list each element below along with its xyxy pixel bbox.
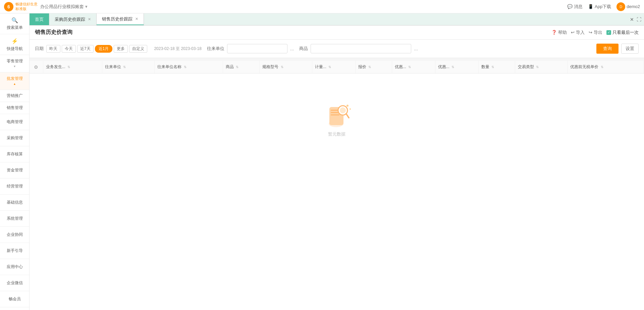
- app-download-button[interactable]: 📱 App下载: [588, 4, 611, 10]
- import-label: 导入: [576, 30, 585, 36]
- sidebar-item-sales-mgmt[interactable]: 销售管理: [0, 102, 29, 114]
- sidebar-item-label: 库存核算: [7, 151, 23, 157]
- partner-input[interactable]: [227, 44, 287, 53]
- phone-icon: 📱: [588, 4, 593, 9]
- chevron-down-icon[interactable]: ▾: [85, 4, 88, 9]
- sidebar-item-purchase[interactable]: 采购管理: [0, 130, 29, 146]
- sidebar-item-finance[interactable]: 资金管理: [0, 162, 29, 178]
- date-btn-yesterday[interactable]: 昨天: [46, 45, 60, 53]
- empty-text: 暂元数据: [328, 131, 345, 137]
- partner-filter-label: 往来单位: [207, 46, 224, 52]
- sidebar-item-operations[interactable]: 经营管理: [0, 178, 29, 195]
- sort-arrows-spec: ⇅: [281, 65, 283, 69]
- tab-sales-history[interactable]: 销售历史价跟踪 ✕: [97, 13, 144, 25]
- th-discount1[interactable]: 优惠... ⇅: [392, 61, 435, 73]
- th-partner-code[interactable]: 往来单位 ⇅: [102, 61, 155, 73]
- date-filter-label: 日期: [35, 46, 44, 52]
- column-settings-icon[interactable]: ⚙: [34, 64, 38, 70]
- content-area: 首页 采购历史价跟踪 ✕ 销售历史价跟踪 ✕ ✕ ⛶ 销售历史价查询: [30, 13, 644, 310]
- product-dots-button[interactable]: ...: [414, 46, 418, 51]
- user-profile[interactable]: D demo2: [616, 2, 640, 11]
- import-button[interactable]: ↩ 导入: [571, 30, 585, 36]
- table-header-row: ⚙ 业务发生... ⇅ 往来单位 ⇅: [30, 61, 644, 73]
- th-trade-type-label: 交易类型: [518, 64, 534, 69]
- sidebar-item-app-center[interactable]: 应用中心: [0, 259, 29, 275]
- sidebar-item-enterprise[interactable]: 企业协同: [0, 227, 29, 243]
- export-button[interactable]: ↪ 导出: [589, 30, 602, 36]
- only-latest-checkbox-item[interactable]: ✓ 只看最后一次: [606, 30, 639, 36]
- empty-svg: [323, 100, 354, 131]
- help-button[interactable]: ❓ 帮助: [551, 30, 567, 36]
- data-table: ⚙ 业务发生... ⇅ 往来单位 ⇅: [30, 61, 644, 73]
- th-spec[interactable]: 规格型号 ⇅: [260, 61, 312, 73]
- sidebar-item-label: 快捷导航: [7, 46, 23, 52]
- purchase-history-tab-close[interactable]: ✕: [88, 17, 91, 21]
- sidebar-item-guide[interactable]: 新手引导: [0, 243, 29, 259]
- sidebar-item-inventory[interactable]: 库存核算: [0, 146, 29, 162]
- th-price-label: 报价: [358, 64, 366, 69]
- tab-home[interactable]: 首页: [30, 13, 49, 25]
- filter-row: 日期 昨天 今天 近7天 近1月 更多 自定义 2023-02-18 至 202…: [35, 44, 639, 54]
- date-btn-custom[interactable]: 自定义: [129, 45, 147, 53]
- date-btn-today[interactable]: 今天: [62, 45, 76, 53]
- th-price[interactable]: 报价 ⇅: [355, 61, 392, 73]
- app-download-label: App下载: [595, 4, 611, 10]
- date-btn-last1month[interactable]: 近1月: [95, 45, 113, 53]
- th-qty[interactable]: 数量 ⇅: [478, 61, 515, 73]
- logo-icon: 6: [4, 2, 13, 11]
- page-inner: 销售历史价查询 ❓ 帮助 ↩ 导入 ↪ 导出 ✓: [30, 25, 644, 310]
- date-btn-more[interactable]: 更多: [114, 45, 128, 53]
- sidebar-item-basic-info[interactable]: 基础信息: [0, 195, 29, 211]
- sidebar-item-quick-nav[interactable]: ⚡ 快捷导航: [0, 34, 29, 55]
- sidebar-item-ecom[interactable]: 电商管理: [0, 114, 29, 130]
- tab-bar-actions: ✕ ⛶: [627, 13, 644, 25]
- svg-rect-3: [331, 112, 338, 113]
- sidebar-item-wechat[interactable]: 企业微信: [0, 275, 29, 291]
- sidebar-item-retail[interactable]: 零售管理 ▾: [0, 55, 29, 72]
- th-biz-date[interactable]: 业务发生... ⇅: [43, 61, 102, 73]
- th-unit[interactable]: 计量... ⇅: [312, 61, 355, 73]
- sales-history-tab-label: 销售历史价跟踪: [102, 16, 132, 22]
- th-discount2-label: 优惠...: [438, 64, 449, 69]
- import-icon: ↩: [571, 30, 575, 35]
- th-trade-type[interactable]: 交易类型 ⇅: [515, 61, 568, 73]
- sidebar-item-wholesale[interactable]: 批发管理 ▴: [0, 72, 29, 90]
- th-discount2[interactable]: 优惠... ⇅: [435, 61, 478, 73]
- partner-dots-button[interactable]: ...: [290, 46, 294, 51]
- th-settings[interactable]: ⚙: [30, 61, 43, 73]
- only-latest-checkbox[interactable]: ✓: [606, 30, 611, 35]
- sort-arrows-trade-type: ⇅: [536, 65, 539, 69]
- svg-rect-4: [331, 114, 339, 115]
- product-input[interactable]: [311, 44, 411, 53]
- message-button[interactable]: 💬 消息: [567, 4, 583, 10]
- tab-purchase-history[interactable]: 采购历史价跟踪 ✕: [49, 13, 97, 25]
- th-partner-code-label: 往来单位: [105, 64, 121, 69]
- username-label: demo2: [627, 4, 640, 9]
- date-btn-last7days[interactable]: 近7天: [77, 45, 94, 53]
- th-biz-date-label: 业务发生...: [46, 64, 65, 69]
- settings-button[interactable]: 设置: [621, 44, 639, 54]
- sidebar-item-label: 销售管理: [7, 105, 23, 111]
- search-icon: 🔍: [11, 17, 18, 24]
- th-product[interactable]: 商品 ⇅: [223, 61, 260, 73]
- sidebar-item-system[interactable]: 系统管理: [0, 211, 29, 227]
- svg-point-8: [346, 105, 348, 107]
- sidebar-item-label: 营销推广: [7, 93, 23, 99]
- query-button[interactable]: 查询: [596, 44, 619, 54]
- th-partner-name-label: 往来单位名称: [157, 64, 181, 69]
- nav-icon: ⚡: [11, 38, 18, 45]
- th-partner-name[interactable]: 往来单位名称 ⇅: [155, 61, 223, 73]
- main-layout: 🔍 搜索菜单 ⚡ 快捷导航 零售管理 ▾ 批发管理 ▴ 营销推广 销售管理 电商…: [0, 13, 644, 310]
- sidebar-item-label: 基础信息: [7, 200, 23, 205]
- th-pre-tax-price[interactable]: 优惠前无税单价 ⇅: [568, 61, 644, 73]
- sidebar-item-search-menu[interactable]: 🔍 搜索菜单: [0, 13, 29, 34]
- close-tab-button[interactable]: ✕: [630, 17, 634, 22]
- export-icon: ↪: [589, 30, 592, 35]
- sidebar: 🔍 搜索菜单 ⚡ 快捷导航 零售管理 ▾ 批发管理 ▴ 营销推广 销售管理 电商…: [0, 13, 30, 310]
- svg-point-9: [350, 108, 351, 110]
- sidebar-item-label: 搜索菜单: [7, 25, 23, 31]
- sidebar-item-marketing[interactable]: 营销推广: [0, 90, 29, 102]
- sales-history-tab-close[interactable]: ✕: [135, 17, 138, 21]
- sidebar-item-member[interactable]: 畅会员: [0, 291, 29, 307]
- maximize-button[interactable]: ⛶: [637, 17, 641, 22]
